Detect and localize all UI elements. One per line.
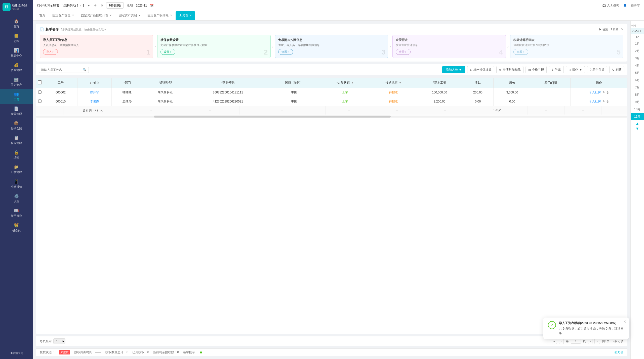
tab-close-3[interactable]: ✕	[138, 14, 140, 17]
search-input[interactable]	[41, 68, 81, 72]
refresh-btn[interactable]: ↻ 刷新	[609, 66, 624, 73]
month-item-9月[interactable]: 9月	[631, 98, 644, 106]
report-filter-icon[interactable]: ▼	[399, 81, 401, 84]
scroll-up-icon[interactable]: ▲	[635, 121, 639, 126]
page-number-input[interactable]	[571, 339, 581, 344]
sidebar-item-结账[interactable]: 🔒结账	[0, 147, 33, 162]
row-action-social-1[interactable]: 个人社保	[589, 99, 601, 104]
step-desc-3: 快速查看统计信息	[396, 43, 502, 47]
sidebar-item-小畅报销[interactable]: 📱小畅报销	[0, 177, 33, 191]
tab-固定资产明细账[interactable]: 固定资产明细账✕	[144, 11, 176, 20]
scroll-down-icon[interactable]: ▼	[635, 126, 639, 131]
settings-icon[interactable]: ⚙	[100, 4, 103, 7]
horizontal-scrollbar[interactable]	[36, 116, 627, 118]
sidebar-item-固定资产[interactable]: 🏢固定资产	[0, 75, 33, 89]
month-item-5月[interactable]: 5月	[631, 69, 644, 77]
row-delete-icon-1[interactable]: 🗑	[606, 100, 609, 103]
month-dec-prev[interactable]: 12	[631, 34, 644, 40]
row-name-link-0[interactable]: 徐泽华	[90, 90, 99, 94]
month-item-10月[interactable]: 10月	[631, 106, 644, 113]
step-btn-3[interactable]: 查看＞	[396, 49, 411, 55]
month-item-8月[interactable]: 8月	[631, 91, 644, 98]
sidebar-item-归档管理[interactable]: 📁归档管理	[0, 162, 33, 177]
add-account-btn[interactable]: ＋	[93, 3, 97, 8]
row-delete-icon-0[interactable]: 🗑	[606, 91, 609, 94]
sidebar-item-税务管理[interactable]: 📋税务管理	[0, 133, 33, 147]
tab-close-4[interactable]: ✕	[170, 14, 172, 17]
wizard-video-btn[interactable]: ▶ 视频	[599, 28, 608, 31]
month-item-6月[interactable]: 6月	[631, 77, 644, 84]
first-page-btn[interactable]: «	[552, 339, 557, 344]
operations-btn[interactable]: ⊟ 操作 ▼	[566, 66, 585, 73]
search-icon[interactable]: 🔍	[83, 68, 87, 72]
tax-report-btn[interactable]: ⊞ 个税申报	[526, 66, 547, 73]
step-title-0: 导入员工工资信息	[43, 38, 150, 42]
sidebar-item-新手引导[interactable]: 📖新手引导	[0, 206, 33, 220]
prev-page-btn[interactable]: ‹	[559, 339, 564, 344]
ai-consult-btn[interactable]: 🎧 人工咨询	[602, 3, 619, 8]
scrollbar-thumb[interactable]	[154, 116, 391, 118]
sidebar-item-进销台账[interactable]: 📦进销台账	[0, 118, 33, 133]
special-icon: ⊕	[499, 68, 502, 72]
step-btn-0[interactable]: 导入＞	[43, 49, 58, 55]
row-edit-icon-1[interactable]: ✎	[602, 100, 605, 103]
charge-link[interactable]: 去充值	[614, 350, 623, 354]
tab-固定资产管理[interactable]: 固定资产管理✕	[49, 11, 77, 20]
step-btn-2[interactable]: 查看＞	[278, 49, 293, 55]
tab-close-2[interactable]: ✕	[110, 14, 112, 17]
wizard-close-btn[interactable]: ✕	[621, 28, 623, 31]
last-page-btn[interactable]: »	[594, 339, 600, 344]
switch-version-btn[interactable]: 切到旧版	[106, 2, 124, 9]
select-all-checkbox[interactable]	[38, 80, 42, 84]
tab-close-5[interactable]: ✕	[190, 14, 192, 17]
tab-固定资产类别[interactable]: 固定资产类别✕	[115, 11, 144, 20]
dropdown-arrow[interactable]: ▼	[87, 4, 90, 7]
wizard-step-1: 导入员工工资信息 人员信息及工资数据新增导入 导入＞ 1	[40, 35, 153, 58]
cancel-fixed-btn[interactable]: ◀取消固定	[0, 350, 33, 356]
tab-首页[interactable]: 首页	[36, 11, 49, 20]
sort-up-icon[interactable]: ▲	[89, 81, 92, 84]
export-btn[interactable]: ⤓ 导出	[549, 66, 564, 73]
sidebar-item-发票管理[interactable]: 📄发票管理	[0, 104, 33, 118]
add-person-btn[interactable]: 添加人员 ▼	[442, 66, 465, 73]
step-btn-4[interactable]: 查看＞	[513, 49, 528, 55]
sidebar-item-资金管理[interactable]: 💰资金管理	[0, 60, 33, 75]
user-name[interactable]: 徐泽华	[631, 3, 640, 8]
sidebar-item-畅会员[interactable]: 👑畅会员	[0, 220, 33, 235]
special-deduction-btn[interactable]: ⊕ 专项附加扣除	[496, 66, 524, 73]
row-edit-icon-0[interactable]: ✎	[602, 91, 605, 94]
row-check-0[interactable]	[38, 90, 42, 94]
next-page-btn[interactable]: ›	[588, 339, 592, 344]
month-item-2月[interactable]: 2月	[631, 47, 644, 55]
tab-工资表[interactable]: 工资表✕	[176, 11, 195, 20]
period-value[interactable]: 2023-11	[136, 4, 147, 7]
status-filter-icon[interactable]: ▼	[351, 81, 354, 84]
nav-icon-4: 🏢	[14, 77, 19, 82]
row-check-1[interactable]	[38, 99, 42, 103]
sidebar-item-总账[interactable]: 📒总账	[0, 31, 33, 45]
row-name-link-1[interactable]: 李俊杰	[90, 99, 99, 103]
sidebar-item-首页[interactable]: 🏠首页	[0, 16, 33, 31]
step-btn-1[interactable]: 设置＞	[160, 49, 175, 55]
page-size-select[interactable]: 10 20 50	[53, 338, 65, 344]
social-icon: ⊙	[470, 68, 472, 72]
wizard-help-btn[interactable]: ? 帮助	[611, 28, 618, 31]
social-insurance-btn[interactable]: ⊙ 统一社保设置	[467, 66, 494, 73]
guide-btn[interactable]: ? 新手引导	[587, 66, 607, 73]
sidebar-item-工资[interactable]: 👥工资	[0, 89, 33, 104]
nav-label-14: 畅会员	[12, 229, 21, 232]
tab-固定资产折旧统计表[interactable]: 固定资产折旧统计表✕	[77, 11, 115, 20]
toast-close-btn[interactable]: ✕	[623, 320, 626, 324]
month-item-7月[interactable]: 7月	[631, 84, 644, 91]
tab-close-1[interactable]: ✕	[72, 14, 74, 17]
sidebar-item-设置[interactable]: ⚙️设置	[0, 191, 33, 206]
sidebar-item-报表中心[interactable]: 📊报表中心	[0, 45, 33, 60]
month-item-1月[interactable]: 1月	[631, 40, 644, 47]
month-item-4月[interactable]: 4月	[631, 62, 644, 69]
month-item-11月[interactable]: 11月	[631, 113, 644, 120]
panel-collapse-btn[interactable]: ◀◀	[631, 24, 636, 27]
month-item-3月[interactable]: 3月	[631, 55, 644, 62]
row-action-social-0[interactable]: 个人社保	[589, 90, 601, 94]
operations-icon: ⊟	[569, 68, 571, 72]
calendar-icon[interactable]: 📅	[150, 4, 154, 7]
